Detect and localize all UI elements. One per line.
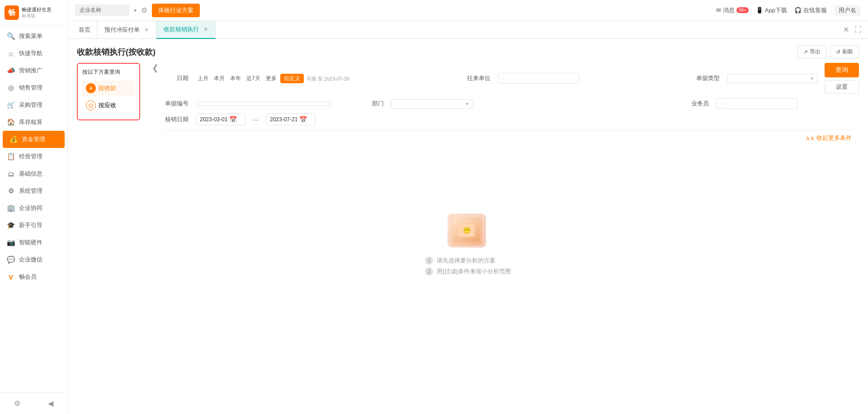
header-gear-icon[interactable]: ⚙ xyxy=(141,6,147,14)
refresh-button[interactable]: ↺ 刷新 xyxy=(830,45,859,58)
app-label: App下载 xyxy=(765,6,787,14)
date-btn-this-year[interactable]: 本年 xyxy=(228,74,243,83)
service-button[interactable]: 🎧 在线客服 xyxy=(794,6,827,14)
receipt-icon: ¥ xyxy=(86,83,96,93)
header-right: ✉ 消息 99+ 📱 App下载 🎧 在线客服 用户名 xyxy=(716,5,861,16)
filter-row-3: 核销日期 2023-03-01 📅 — 2023-07-21 📅 xyxy=(161,114,859,125)
calendar-start-icon[interactable]: 📅 xyxy=(229,116,237,123)
tab-actions: ✕ ⛶ xyxy=(841,24,863,36)
dept-select[interactable]: ▾ xyxy=(391,99,472,109)
staff-dots-icon: ··· xyxy=(720,100,725,107)
finance-icon: 💰 xyxy=(9,135,18,143)
sidebar-item-marketing[interactable]: 📣 营销推广 xyxy=(0,62,67,79)
sidebar-item-system[interactable]: ⚙ 系统管理 xyxy=(0,182,67,200)
export-button[interactable]: ↗ 导出 xyxy=(797,45,826,58)
date-group: 上月 本月 本年 近7天 更多 自定义 不限 至 2023-07-26 xyxy=(196,74,349,83)
tab-receive-close[interactable]: ✕ xyxy=(203,26,208,33)
operation-icon: 📋 xyxy=(6,152,15,161)
filter-option-by-receivable[interactable]: ⊙ 按应收 xyxy=(82,98,135,113)
date-btn-custom[interactable]: 自定义 xyxy=(280,74,304,83)
app-version: 标准版 xyxy=(22,13,52,19)
page-inner: 收款核销执行(按收款) ↗ 导出 ↺ 刷新 按以下方 xyxy=(68,39,868,414)
staff-input[interactable]: ··· xyxy=(716,98,797,109)
order-type-select[interactable]: ▾ xyxy=(727,74,817,83)
sidebar-item-hardware[interactable]: 📷 智能硬件 xyxy=(0,234,67,251)
order-no-input[interactable] xyxy=(196,101,331,106)
collapse-label: 收起更多条件 xyxy=(816,134,852,142)
message-icon: ✉ xyxy=(716,7,721,14)
collapse-sidebar-button[interactable]: ◀ xyxy=(45,396,56,410)
sidebar-bottom: ⚙ ◀ xyxy=(0,392,67,414)
tab-maximize-icon[interactable]: ⛶ xyxy=(853,24,863,36)
guide-icon: 🎓 xyxy=(6,221,15,229)
hardware-icon: 📷 xyxy=(6,238,15,247)
sidebar-item-finance[interactable]: 💰 资金管理 xyxy=(3,131,65,148)
dropdown-icon[interactable]: ▾ xyxy=(134,7,137,14)
calendar-end-icon[interactable]: 📅 xyxy=(299,116,307,123)
order-type-label: 单据类型 xyxy=(693,74,720,82)
sidebar-label-search: 搜索菜单 xyxy=(19,32,42,40)
setting-button[interactable]: 设置 xyxy=(825,80,859,94)
header-left: 企业名称 ▾ ⚙ 体验行业方案 xyxy=(75,4,200,17)
filter-row-1: 日期 上月 本月 本年 近7天 更多 自定义 不限 至 20 xyxy=(161,63,859,94)
verify-date-end-input[interactable]: 2023-07-21 📅 xyxy=(266,114,316,125)
message-button[interactable]: ✉ 消息 99+ xyxy=(716,6,749,14)
tip-num-1: 1 xyxy=(425,257,433,265)
sidebar-item-search[interactable]: 🔍 搜索菜单 xyxy=(0,28,67,45)
corp-icon: 🏢 xyxy=(6,204,15,212)
tab-home[interactable]: 首页 xyxy=(72,21,97,39)
sidebar-item-guide[interactable]: 🎓 新手引导 xyxy=(0,217,67,234)
empty-illustration: 😶 xyxy=(441,202,495,247)
system-icon: ⚙ xyxy=(6,187,15,195)
sidebar-label-marketing: 营销推广 xyxy=(19,67,42,75)
sidebar-item-corp[interactable]: 🏢 企业协同 xyxy=(0,200,67,217)
verify-date-label: 核销日期 xyxy=(161,115,189,124)
date-btn-this-month[interactable]: 本月 xyxy=(212,74,226,83)
username-text: 用户名 xyxy=(839,7,856,14)
purchase-icon: 🛒 xyxy=(6,101,15,109)
date-separator: — xyxy=(253,116,259,123)
verify-date-start-input[interactable]: 2023-03-01 📅 xyxy=(196,114,245,125)
sidebar-item-inventory[interactable]: 🏠 库存核算 xyxy=(0,114,67,131)
sidebar-label-system: 系统管理 xyxy=(19,187,42,195)
app-name: 畅捷通好生意 xyxy=(22,6,52,13)
date-btn-last-month[interactable]: 上月 xyxy=(196,74,210,83)
sidebar-label-base: 基础信息 xyxy=(19,170,42,178)
app-download-button[interactable]: 📱 App下载 xyxy=(756,6,787,14)
date-btn-more[interactable]: 更多 xyxy=(264,74,278,83)
sidebar-item-member[interactable]: V 畅会员 xyxy=(0,268,67,286)
query-button[interactable]: 查询 xyxy=(825,63,859,77)
sidebar-item-sales[interactable]: ◎ 销售管理 xyxy=(0,79,67,96)
filter-collapse-button[interactable]: ❮ xyxy=(149,63,161,73)
tip-num-2: 2 xyxy=(425,267,433,276)
sidebar-item-purchase[interactable]: 🛒 采购管理 xyxy=(0,96,67,114)
message-badge: 99+ xyxy=(736,7,749,13)
tab-receive[interactable]: 收款核销执行 ✕ xyxy=(156,21,216,39)
sidebar-item-wechat[interactable]: 💬 企业微信 xyxy=(0,251,67,268)
filter-option-by-receipt[interactable]: ¥ 按收款 xyxy=(82,81,135,96)
filter-sidebar: 按以下方案查询 ¥ 按收款 ⊙ 按应收 xyxy=(77,63,140,120)
counterpart-label: 往来单位 xyxy=(463,74,491,82)
date-btn-7days[interactable]: 近7天 xyxy=(245,74,262,83)
service-label: 在线客服 xyxy=(803,6,827,14)
sidebar-label-hardware: 智能硬件 xyxy=(19,238,42,247)
top-header: 企业名称 ▾ ⚙ 体验行业方案 ✉ 消息 99+ 📱 App下载 🎧 在线客服 … xyxy=(68,0,868,21)
sidebar-item-base[interactable]: 🗂 基础信息 xyxy=(0,165,67,182)
sidebar-label-guide: 新手引导 xyxy=(19,221,42,229)
solution-button[interactable]: 体验行业方案 xyxy=(152,4,200,17)
collapse-more-button[interactable]: ∧∧ 收起更多条件 xyxy=(161,132,859,144)
filter-option1-label: 按收款 xyxy=(99,84,116,92)
tab-close-all-icon[interactable]: ✕ xyxy=(841,24,851,36)
tab-prepay[interactable]: 预付冲应付单 ✕ xyxy=(97,21,156,39)
user-menu[interactable]: 用户名 xyxy=(834,5,861,16)
refresh-icon: ↺ xyxy=(836,49,840,55)
sidebar-item-operation[interactable]: 📋 经营管理 xyxy=(0,148,67,165)
sidebar-item-shortcuts[interactable]: ⌂ 快捷导航 xyxy=(0,45,67,62)
counterpart-input[interactable]: ··· xyxy=(498,73,579,84)
inventory-icon: 🏠 xyxy=(6,118,15,126)
filter-option2-label: 按应收 xyxy=(99,101,116,109)
date-shortcuts: 上月 本月 本年 近7天 更多 自定义 xyxy=(196,74,304,83)
settings-button[interactable]: ⚙ xyxy=(11,396,23,410)
empty-tip-2: 2 用[过滤]条件来缩小分析范围 xyxy=(425,267,510,276)
tab-prepay-close[interactable]: ✕ xyxy=(144,27,149,33)
